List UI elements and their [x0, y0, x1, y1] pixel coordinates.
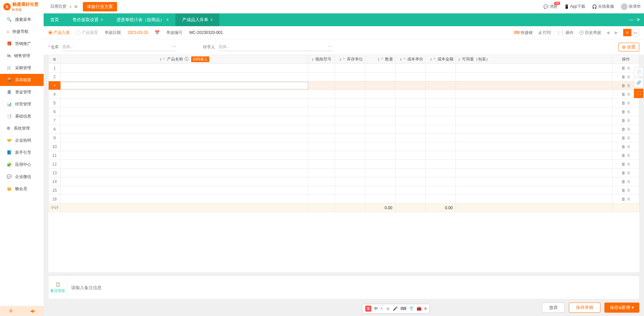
copy-icon[interactable]: ⎘ — [628, 171, 630, 175]
save-new-button[interactable]: 保存&新增 ▾ — [604, 303, 639, 313]
sidebar-item-10[interactable]: 🤝企业协同 — [0, 134, 44, 146]
tab-3[interactable]: 产成品入库单× — [175, 13, 219, 26]
delete-icon[interactable]: 🗑 — [622, 179, 626, 184]
help-icon[interactable]: ⓘ — [184, 56, 189, 62]
tab-1[interactable]: 售价提取设置× — [66, 13, 110, 26]
table-row[interactable]: 10 🗑⎘ — [49, 142, 639, 151]
minimize-icon[interactable]: — — [629, 17, 633, 22]
calendar-icon[interactable]: 📅 — [155, 30, 160, 35]
product-input[interactable] — [61, 82, 308, 89]
sidebar-gear[interactable]: ⚙ — [0, 306, 22, 316]
sidebar-item-4[interactable]: 🛒采购管理 — [0, 62, 44, 74]
table-row[interactable]: 15 🗑⎘ — [49, 186, 639, 195]
tool-pill-2[interactable]: 🔗 — [634, 78, 643, 87]
ime-bar[interactable]: S 中 •, ☺ 🎤 ⌨ 👕 🧰 ≡ — [362, 304, 430, 313]
delete-icon[interactable]: 🗑 — [622, 197, 626, 201]
business-type-select[interactable]: 日用百货 ∨ ⚙ — [50, 4, 78, 9]
sidebar-item-12[interactable]: 🧩应用中心 — [0, 159, 44, 171]
copy-icon[interactable]: ⎘ — [628, 179, 630, 184]
date-value[interactable]: 2023-03-20 — [127, 30, 148, 35]
shortcut-button[interactable]: ⌨快捷键 — [514, 30, 533, 36]
prev-icon[interactable]: ◀ — [606, 30, 609, 35]
table-row[interactable]: 5 🗑⎘ — [49, 99, 639, 107]
delete-icon[interactable]: 🗑 — [622, 144, 626, 149]
table-row[interactable]: + 🗑⎘ — [49, 81, 639, 90]
copy-icon[interactable]: ⎘ — [628, 75, 630, 79]
ime-keyboard-icon[interactable]: ⌨ — [400, 306, 406, 311]
table-row[interactable]: 4 🗑⎘ — [49, 90, 639, 99]
delete-icon[interactable]: 🗑 — [622, 162, 626, 167]
copy-icon[interactable]: ⎘ — [628, 118, 630, 123]
next-icon[interactable]: ▶ — [615, 30, 618, 35]
delete-icon[interactable]: 🗑 — [622, 109, 626, 114]
sidebar-item-14[interactable]: 👑畅会员 — [0, 183, 44, 195]
gear-icon[interactable]: ⚙ — [53, 57, 56, 62]
sidebar-item-3[interactable]: 🛍销售管理 — [0, 50, 44, 62]
table-row[interactable]: 9 🗑⎘ — [49, 134, 639, 142]
copy-icon[interactable]: ⎘ — [628, 162, 630, 167]
print-button[interactable]: 🖨打印 — [538, 30, 551, 36]
sidebar-item-9[interactable]: ⚙系统管理 — [0, 122, 44, 134]
messages-button[interactable]: 💬 消息 70 — [543, 4, 557, 9]
sidebar-item-7[interactable]: 📊经营管理 — [0, 98, 44, 110]
tool-pill-3[interactable]: ⛶ — [634, 89, 643, 98]
sidebar-item-1[interactable]: ⌂快捷导航 — [0, 26, 44, 38]
save-draft-button[interactable]: 保存草稿 — [569, 303, 600, 313]
close-icon[interactable]: × — [101, 17, 103, 22]
tool-pill-1[interactable]: 📄 — [634, 67, 643, 77]
copy-icon[interactable]: ⎘ — [628, 101, 630, 105]
ime-tool-icon[interactable]: 🧰 — [417, 306, 422, 311]
sidebar-item-13[interactable]: 💬企业微信 — [0, 171, 44, 183]
delete-icon[interactable]: 🗑 — [622, 188, 626, 193]
ime-mic-icon[interactable]: 🎤 — [393, 306, 398, 311]
copy-icon[interactable]: ⎘ — [628, 144, 630, 149]
radio-product-out[interactable]: 产品退库 — [76, 30, 98, 36]
table-row[interactable]: 12 🗑⎘ — [49, 160, 639, 169]
sidebar-item-6[interactable]: 🏦资金管理 — [0, 86, 44, 98]
sidebar-collapse[interactable]: ◀» — [22, 306, 44, 316]
copy-icon[interactable]: ⎘ — [628, 83, 630, 88]
online-service-button[interactable]: 🎧 在线客服 — [592, 4, 614, 9]
copy-icon[interactable]: ⎘ — [628, 188, 630, 193]
delete-icon[interactable]: 🗑 — [622, 153, 626, 158]
add-row-icon[interactable]: + — [52, 83, 58, 89]
table-row[interactable]: 14 🗑⎘ — [49, 177, 639, 186]
copy-icon[interactable]: ⎘ — [628, 127, 630, 132]
experience-button[interactable]: 体验行业方案 — [83, 2, 117, 11]
copy-icon[interactable]: ⎘ — [628, 153, 630, 158]
radio-product-in[interactable]: 产品入库 — [48, 30, 70, 36]
copy-icon[interactable]: ⎘ — [628, 136, 630, 140]
history-button[interactable]: 🕑历史单据 — [579, 30, 601, 36]
view-form-icon[interactable]: ▭ — [631, 29, 639, 36]
delete-icon[interactable]: 🗑 — [622, 101, 626, 105]
delete-icon[interactable]: 🗑 — [622, 171, 626, 175]
table-row[interactable]: 16 🗑⎘ — [49, 195, 639, 204]
table-row[interactable]: 13 🗑⎘ — [49, 169, 639, 177]
ime-menu-icon[interactable]: ≡ — [424, 306, 427, 311]
view-list-icon[interactable]: ≡ — [623, 29, 631, 36]
ime-emoji-icon[interactable]: ☺ — [386, 306, 390, 311]
ellipsis-icon[interactable]: ⋯ — [328, 44, 332, 50]
warehouse-select[interactable]: 选择... ⋯ — [62, 43, 176, 51]
app-download-button[interactable]: 📱 App下载 — [564, 4, 585, 9]
delete-icon[interactable]: 🗑 — [622, 83, 626, 88]
copy-icon[interactable]: ⎘ — [628, 92, 630, 97]
operate-button[interactable]: ⋮⋮操作 — [556, 30, 574, 36]
copy-icon[interactable]: ⎘ — [628, 66, 630, 71]
user-menu[interactable]: 徐泽华 — [621, 3, 641, 10]
close-icon[interactable]: × — [210, 17, 213, 22]
delete-icon[interactable]: 🗑 — [622, 92, 626, 97]
delete-icon[interactable]: 🗑 — [622, 75, 626, 79]
tab-0[interactable]: 首页 — [44, 13, 66, 26]
gear-icon[interactable]: ⚙ — [74, 4, 78, 9]
ellipsis-icon[interactable]: ⋯ — [172, 44, 176, 50]
tab-2[interactable]: 进货单统计表（按商品）× — [110, 13, 175, 26]
table-row[interactable]: 6 🗑⎘ — [49, 107, 639, 116]
table-row[interactable]: 1 🗑⎘ — [49, 64, 639, 73]
copy-icon[interactable]: ⎘ — [628, 197, 630, 201]
sidebar-item-0[interactable]: 🔍搜索菜单 — [0, 13, 44, 26]
sidebar-item-2[interactable]: 🎁营销推广 — [0, 38, 44, 50]
delete-icon[interactable]: 🗑 — [622, 66, 626, 71]
discard-button[interactable]: 放弃 — [542, 303, 565, 313]
scan-button[interactable]: 扫码录入 — [191, 56, 209, 62]
